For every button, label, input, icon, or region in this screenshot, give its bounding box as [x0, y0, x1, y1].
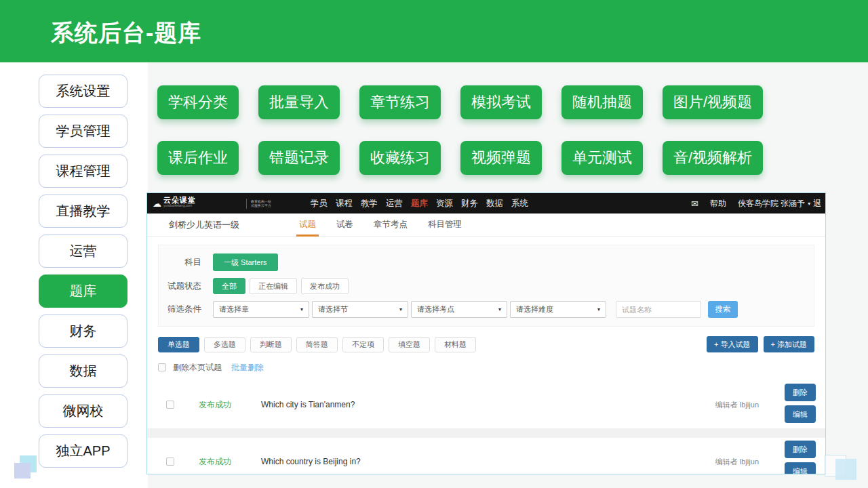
feature-unit-test[interactable]: 单元测试: [561, 141, 643, 175]
feature-chapter-practice[interactable]: 章节练习: [359, 85, 441, 119]
chapter-select[interactable]: 请选择章 ▾: [213, 301, 309, 318]
logo: ☁ 云朵课堂 yunduoketang.com 教育机构一站 式服务云平台: [153, 196, 298, 211]
select-all-checkbox[interactable]: [158, 363, 166, 371]
nav-item-students[interactable]: 学员: [311, 198, 328, 209]
admin-nav-menu: 学员 课程 教学 运营 题库 资源 财务 数据 系统: [311, 198, 528, 209]
condition-label: 筛选条件: [159, 304, 201, 315]
page-title: 系统后台-题库: [51, 18, 201, 49]
batch-delete-link[interactable]: 批量删除: [231, 362, 264, 373]
delete-button[interactable]: 删除: [785, 441, 816, 458]
sidebar-item-standalone-app[interactable]: 独立APP: [39, 434, 127, 468]
sidebar-item-data[interactable]: 数据: [39, 354, 127, 388]
nav-item-finance[interactable]: 财务: [461, 198, 478, 209]
type-short-answer[interactable]: 简答题: [296, 337, 338, 352]
chevron-down-icon: ▾: [597, 306, 600, 312]
nav-item-data[interactable]: 数据: [486, 198, 503, 209]
filter-status-editing[interactable]: 正在编辑: [250, 278, 297, 294]
question-row: 发布成功 Which city is Tian'anmen? 编辑者 lbjij…: [147, 381, 825, 428]
account-name: 侠客岛学院 张涵予: [738, 198, 805, 209]
feature-wrong-question-record[interactable]: 错题记录: [258, 141, 340, 175]
sidebar-item-student-management[interactable]: 学员管理: [39, 115, 127, 148]
question-name-input[interactable]: [616, 301, 701, 318]
type-indefinite-choice[interactable]: 不定项: [342, 337, 384, 352]
logout-link[interactable]: 退: [813, 198, 821, 209]
logo-tagline: 教育机构一站 式服务云平台: [251, 200, 295, 207]
feature-buttons-row-1: 学科分类 批量导入 章节练习 模拟考试 随机抽题 图片/视频题: [157, 85, 763, 119]
edit-button[interactable]: 编辑: [785, 462, 816, 474]
decorative-square: [835, 459, 856, 480]
row-checkbox[interactable]: [166, 458, 174, 466]
subject-label: 科目: [159, 257, 201, 268]
feature-audio-video-analysis[interactable]: 音/视频解析: [663, 141, 763, 175]
filter-panel: 科目 一级 Starters 试题状态 全部 正在编辑 发布成功 筛选条件 请选…: [158, 245, 814, 327]
edit-button[interactable]: 编辑: [785, 405, 816, 423]
editor-label: 编辑者 lbjijun: [715, 457, 759, 467]
question-list: 发布成功 Which city is Tian'anmen? 编辑者 lbjij…: [147, 381, 825, 474]
nav-item-resources[interactable]: 资源: [436, 198, 453, 209]
subnav-tabs: 试题 试卷 章节考点 科目管理: [299, 214, 462, 237]
feature-image-video-question[interactable]: 图片/视频题: [663, 85, 763, 119]
nav-item-teaching[interactable]: 教学: [361, 198, 378, 209]
status-label: 试题状态: [159, 281, 201, 292]
question-type-toolbar: 单选题 多选题 判断题 简答题 不定项 填空题 材料题 + 导入试题 + 添加试…: [158, 336, 814, 352]
sidebar-item-micro-school[interactable]: 微网校: [39, 394, 127, 428]
nav-item-operations[interactable]: 运营: [386, 198, 403, 209]
sidebar-item-live-teaching[interactable]: 直播教学: [39, 195, 127, 228]
nav-item-system[interactable]: 系统: [511, 198, 528, 209]
editor-label: 编辑者 lbjijun: [715, 400, 759, 410]
feature-mock-exam[interactable]: 模拟考试: [460, 85, 542, 119]
nav-item-courses[interactable]: 课程: [336, 198, 353, 209]
feature-subject-category[interactable]: 学科分类: [157, 85, 239, 119]
help-link[interactable]: 帮助: [710, 198, 726, 209]
row-divider: [147, 428, 825, 438]
search-button[interactable]: 搜索: [708, 301, 738, 318]
admin-subnav: 剑桥少儿英语一级 试题 试卷 章节考点 科目管理: [147, 214, 825, 237]
type-single-choice[interactable]: 单选题: [158, 337, 199, 352]
page-header: 系统后台-题库: [0, 0, 868, 62]
account-menu[interactable]: 侠客岛学院 张涵予 ▾ 退: [738, 198, 821, 209]
sidebar: 系统设置 学员管理 课程管理 直播教学 运营 题库 财务 数据 微网校 独立AP…: [39, 75, 127, 474]
decorative-square: [14, 463, 31, 479]
feature-favorite-practice[interactable]: 收藏练习: [359, 141, 441, 175]
status-badge: 发布成功: [199, 456, 231, 468]
condition-filter-row: 筛选条件 请选择章 ▾ 请选择节 ▾ 请选择考点 ▾ 请选择难度 ▾: [159, 301, 814, 318]
tab-questions[interactable]: 试题: [299, 214, 316, 237]
page-delete-row: 删除本页试题 批量删除: [158, 361, 814, 374]
feature-buttons-row-2: 课后作业 错题记录 收藏练习 视频弹题 单元测试 音/视频解析: [157, 141, 763, 175]
type-true-false[interactable]: 判断题: [250, 337, 292, 352]
sidebar-item-system-settings[interactable]: 系统设置: [39, 75, 127, 108]
mail-icon[interactable]: ✉: [691, 199, 698, 209]
status-filter-row: 试题状态 全部 正在编辑 发布成功: [159, 278, 814, 294]
tab-subject-management[interactable]: 科目管理: [428, 214, 462, 237]
sidebar-item-question-bank[interactable]: 题库: [39, 274, 127, 308]
import-questions-button[interactable]: + 导入试题: [707, 336, 757, 352]
page: 系统后台-题库 系统设置 学员管理 课程管理 直播教学 运营 题库 财务 数据 …: [0, 0, 868, 488]
nav-item-question-bank[interactable]: 题库: [411, 198, 428, 209]
status-badge: 发布成功: [199, 399, 231, 411]
feature-batch-import[interactable]: 批量导入: [258, 85, 340, 119]
feature-random-draw[interactable]: 随机抽题: [561, 85, 643, 119]
section-select[interactable]: 请选择节 ▾: [312, 301, 408, 318]
filter-status-all[interactable]: 全部: [213, 278, 245, 294]
type-material[interactable]: 材料题: [435, 337, 476, 352]
toolbar-actions: + 导入试题 + 添加试题: [701, 336, 814, 352]
sidebar-item-course-management[interactable]: 课程管理: [39, 155, 127, 188]
exam-point-select[interactable]: 请选择考点 ▾: [411, 301, 507, 318]
filter-status-published[interactable]: 发布成功: [301, 278, 349, 294]
delete-button[interactable]: 删除: [785, 384, 816, 401]
add-question-button[interactable]: + 添加试题: [764, 336, 814, 352]
tab-papers[interactable]: 试卷: [336, 214, 353, 237]
feature-homework[interactable]: 课后作业: [157, 141, 239, 175]
chevron-down-icon: ▾: [808, 201, 810, 207]
row-checkbox[interactable]: [166, 401, 174, 409]
tab-chapter-points[interactable]: 章节考点: [374, 214, 408, 237]
type-fill-blank[interactable]: 填空题: [389, 337, 430, 352]
type-multiple-choice[interactable]: 多选题: [204, 337, 245, 352]
feature-video-popup-question[interactable]: 视频弹题: [460, 141, 542, 175]
admin-screenshot-panel: ☁ 云朵课堂 yunduoketang.com 教育机构一站 式服务云平台 学员…: [146, 192, 826, 474]
question-text: Which city is Tian'anmen?: [261, 400, 355, 409]
sidebar-item-operations[interactable]: 运营: [39, 235, 127, 268]
difficulty-select[interactable]: 请选择难度 ▾: [510, 301, 606, 318]
sidebar-item-finance[interactable]: 财务: [39, 314, 127, 348]
subject-tag[interactable]: 一级 Starters: [213, 253, 278, 271]
